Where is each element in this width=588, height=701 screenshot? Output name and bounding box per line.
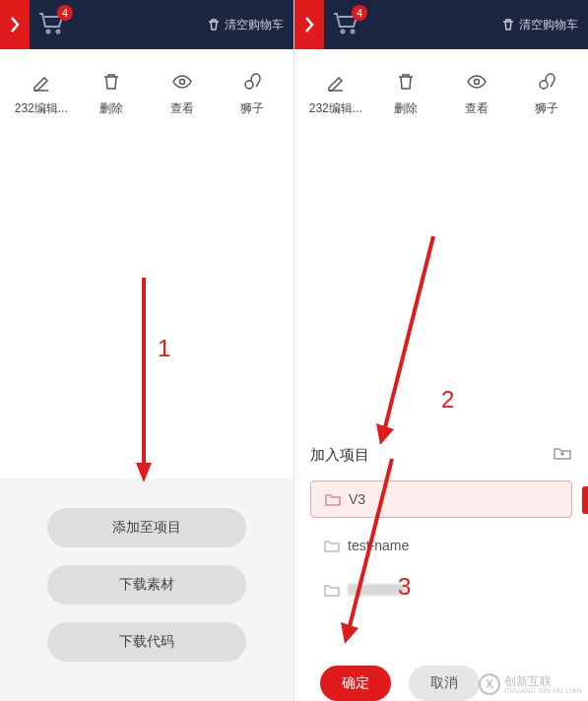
cart-badge: 4 [352,5,367,21]
back-button[interactable] [294,0,324,49]
pencil-icon [31,71,52,93]
add-project-button[interactable] [553,443,572,467]
confirm-button[interactable]: 确定 [320,666,391,701]
cancel-label: 取消 [430,674,458,692]
tool-leo[interactable]: 狮子 [515,71,578,117]
cart-icon [332,21,359,37]
project-item-label: test-name [348,538,409,553]
clear-cart-button[interactable]: 清空购物车 [501,17,578,33]
edge-tab[interactable] [582,486,588,514]
eye-icon [466,71,488,93]
tool-leo[interactable]: 狮子 [221,71,284,117]
bottom-actions: 添加至项目 下载素材 下载代码 [0,478,294,701]
clear-cart-button[interactable]: 清空购物车 [207,17,284,33]
project-header: 加入项目 [310,446,369,465]
project-item-redacted[interactable] [310,573,572,606]
tool-edit[interactable]: 232编辑... [10,71,73,117]
chevron-right-icon [9,16,21,33]
redacted-text [348,584,405,596]
svg-point-2 [179,80,184,85]
leo-icon [536,71,557,93]
right-panel: 4 清空购物车 232编辑... 删除 查看 狮子 [294,0,588,701]
tool-view-label: 查看 [170,100,194,117]
add-to-project-label: 添加至项目 [112,519,181,537]
folder-plus-icon [553,443,572,463]
folder-icon [324,583,340,597]
clear-cart-label: 清空购物车 [519,17,578,33]
svg-point-4 [342,31,345,33]
folder-icon [325,492,341,506]
svg-point-0 [47,31,50,33]
topbar-right: 4 清空购物车 [294,0,588,49]
clear-cart-label: 清空购物车 [225,17,284,33]
project-item-label: V3 [349,491,365,507]
svg-point-3 [245,81,253,89]
svg-point-5 [352,31,355,33]
tool-delete[interactable]: 删除 [374,71,437,117]
svg-point-6 [474,80,479,85]
topbar-left: 4 清空购物车 [0,0,294,49]
tool-delete[interactable]: 删除 [80,71,143,117]
watermark-en: CHUANG XIN HU LIAN [504,687,582,694]
pencil-icon [325,71,347,93]
tool-delete-label: 删除 [394,100,418,117]
watermark-cn: 创新互联 [504,675,582,687]
svg-point-1 [57,31,60,33]
tool-row-left: 232编辑... 删除 查看 狮子 [0,49,294,127]
tool-leo-label: 狮子 [240,100,264,117]
cart[interactable]: 4 [37,11,65,38]
back-button[interactable] [0,0,30,49]
svg-point-7 [540,81,548,89]
eye-icon [171,71,193,93]
tool-delete-label: 删除 [99,100,123,117]
watermark: X 创新互联 CHUANG XIN HU LIAN [479,673,582,695]
tool-leo-label: 狮子 [535,100,558,117]
left-panel: 4 清空购物车 232编辑... 删除 查看 狮子 [0,0,294,701]
project-item[interactable]: test-name [310,528,572,563]
tool-view[interactable]: 查看 [151,71,214,117]
watermark-logo: X [479,673,500,695]
cart[interactable]: 4 [332,11,359,38]
tool-view[interactable]: 查看 [445,71,508,117]
download-asset-button[interactable]: 下载素材 [47,565,246,605]
tool-row-right: 232编辑... 删除 查看 狮子 [294,49,588,127]
trash-icon [100,71,122,93]
trash-icon [395,71,417,93]
tool-view-label: 查看 [465,100,489,117]
cart-icon [37,21,65,37]
trash-icon [501,18,515,32]
chevron-right-icon [303,16,315,33]
tool-edit-label: 232编辑... [15,100,68,117]
confirm-label: 确定 [342,674,369,692]
cancel-button[interactable]: 取消 [409,666,480,701]
folder-icon [324,539,340,552]
trash-icon [207,18,221,32]
cart-badge: 4 [57,5,73,21]
download-code-label: 下载代码 [119,633,174,651]
download-asset-label: 下载素材 [119,576,174,594]
download-code-button[interactable]: 下载代码 [47,622,246,662]
tool-edit[interactable]: 232编辑... [304,71,367,117]
project-item-selected[interactable]: V3 [310,480,572,518]
leo-icon [241,71,263,93]
add-to-project-button[interactable]: 添加至项目 [47,508,246,547]
project-area: 加入项目 V3 test-name 确定 [294,427,588,701]
tool-edit-label: 232编辑... [309,100,362,117]
